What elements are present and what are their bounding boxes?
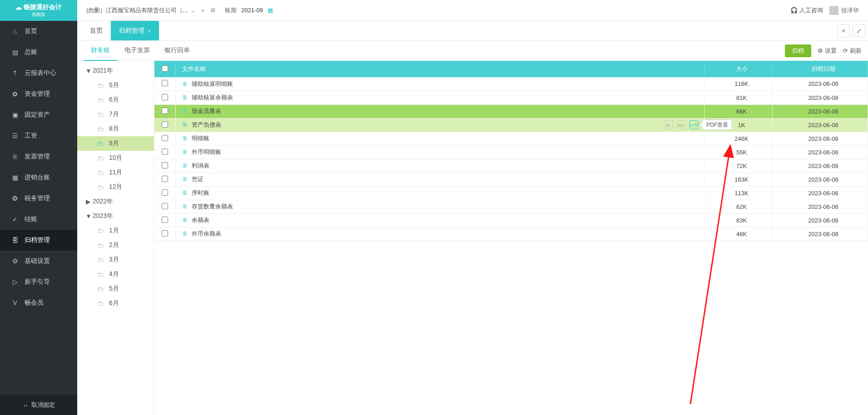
pdf-preview-icon[interactable]: ▭⚲ PDF查看 bbox=[689, 120, 699, 129]
table-row[interactable]: 🗎利润表 72K 2023-06-06 bbox=[154, 159, 868, 173]
inner-tab-0[interactable]: 财务账 bbox=[84, 41, 117, 61]
tree-month[interactable]: 🗀 8月 bbox=[77, 122, 154, 136]
row-checkbox[interactable] bbox=[162, 135, 168, 141]
table-row[interactable]: 🗎明细账 246K 2023-06-06 bbox=[154, 132, 868, 145]
sidebar-item-1[interactable]: ▤总账 bbox=[0, 42, 77, 63]
table-row[interactable]: 🗎辅助核算明细账 116K 2023-06-06 bbox=[154, 77, 868, 91]
tree-month[interactable]: 🗀 12月 bbox=[77, 180, 154, 194]
sidebar-item-12[interactable]: ▷新手引导 bbox=[0, 272, 77, 292]
table-row[interactable]: 🗎序时账 113K 2023-06-06 bbox=[154, 186, 868, 200]
unpin-button[interactable]: ↔ 取消固定 bbox=[0, 395, 77, 415]
table-row[interactable]: 🗎凭证 163K 2023-06-06 bbox=[154, 173, 868, 186]
row-checkbox[interactable] bbox=[162, 162, 168, 168]
table-row[interactable]: 🗎存货数量余额表 62K 2023-06-06 bbox=[154, 200, 868, 213]
manual-service-button[interactable]: 🎧 人工咨询 bbox=[790, 6, 823, 15]
sidebar-item-11[interactable]: ⚙基础设置 bbox=[0, 251, 77, 272]
row-checkbox[interactable] bbox=[162, 217, 168, 223]
calendar-icon[interactable]: ▦ bbox=[268, 7, 273, 14]
toolbar: 财务账电子发票银行回单 归档 ⚙设置 ⟳刷新 bbox=[77, 41, 868, 61]
tree-month[interactable]: 🗀 6月 bbox=[77, 93, 154, 107]
row-checkbox[interactable] bbox=[162, 230, 168, 237]
add-icon[interactable]: ＋ bbox=[200, 6, 206, 15]
fullscreen-button[interactable]: ⤢ bbox=[853, 25, 865, 37]
tree-month[interactable]: 🗀 7月 bbox=[77, 107, 154, 122]
tree-month[interactable]: 🗀 9月 bbox=[77, 136, 154, 151]
tree-year[interactable]: ▼ 2023年 bbox=[77, 209, 154, 223]
file-size: 83K bbox=[704, 213, 773, 227]
settings-button[interactable]: ⚙设置 bbox=[818, 47, 837, 55]
sidebar-item-label: 进销台账 bbox=[25, 173, 50, 182]
table-row[interactable]: 🗎资产负债表 x↓ ▭↓ ▭⚲ PDF查看 1K 2023-06-06 bbox=[154, 118, 868, 132]
sidebar-item-9[interactable]: ✓结账 bbox=[0, 209, 77, 230]
sidebar-item-0[interactable]: ⌂首页 bbox=[0, 21, 77, 42]
file-size: 62K bbox=[704, 200, 773, 213]
refresh-button[interactable]: ⟳刷新 bbox=[843, 47, 862, 55]
row-checkbox[interactable] bbox=[162, 121, 168, 128]
menu-icon: ▷ bbox=[11, 278, 19, 286]
tab-archive[interactable]: 归档管理 × bbox=[111, 21, 159, 40]
table-row[interactable]: 🗎辅助核算余额表 81K 2023-06-06 bbox=[154, 91, 868, 104]
row-checkbox[interactable] bbox=[162, 80, 168, 86]
row-checkbox[interactable] bbox=[162, 203, 168, 209]
tree-month[interactable]: 🗀 5月 bbox=[77, 78, 154, 93]
tree-month[interactable]: 🗀 10月 bbox=[77, 151, 154, 165]
org-selector[interactable]: (勿删）江西服宝精品有限责任公司（... ⌄ bbox=[86, 6, 195, 15]
table-row[interactable]: 🗎外币余额表 48K 2023-06-06 bbox=[154, 227, 868, 241]
file-icon: 🗎 bbox=[182, 94, 188, 101]
username: 徐泽华 bbox=[841, 6, 859, 15]
file-name: 资产负债表 bbox=[192, 121, 221, 128]
sidebar-item-7[interactable]: ▦进销台账 bbox=[0, 167, 77, 188]
sidebar-item-2[interactable]: ⇡云报表中心 bbox=[0, 63, 77, 84]
close-icon[interactable]: × bbox=[148, 28, 151, 34]
sidebar-item-5[interactable]: ☰工资 bbox=[0, 125, 77, 146]
tree-month[interactable]: 🗀 4月 bbox=[77, 267, 154, 282]
row-checkbox[interactable] bbox=[162, 148, 168, 155]
row-checkbox[interactable] bbox=[162, 108, 168, 114]
table-row[interactable]: 🗎余额表 83K 2023-06-06 bbox=[154, 213, 868, 227]
sidebar-item-10[interactable]: 🗄归档管理 bbox=[0, 230, 77, 251]
row-checkbox[interactable] bbox=[162, 94, 168, 100]
archive-button[interactable]: 归档 bbox=[785, 44, 811, 57]
tree-year[interactable]: ▶ 2022年 bbox=[77, 194, 154, 209]
sidebar-item-8[interactable]: ❂税务管理 bbox=[0, 188, 77, 209]
folder-icon: 🗀 bbox=[97, 242, 104, 249]
tab-home[interactable]: 首页 bbox=[82, 21, 111, 40]
sidebar-item-13[interactable]: V畅会员 bbox=[0, 292, 77, 313]
menu-icon: V bbox=[11, 299, 19, 306]
file-size: 246K bbox=[704, 132, 773, 145]
select-all-checkbox[interactable] bbox=[162, 65, 168, 72]
user-menu[interactable]: 徐泽华 bbox=[829, 6, 859, 15]
inner-tab-2[interactable]: 银行回单 bbox=[157, 41, 197, 61]
row-checkbox[interactable] bbox=[162, 189, 168, 196]
sidebar-item-4[interactable]: ▣固定资产 bbox=[0, 104, 77, 125]
table-row[interactable]: 🗎外币明细账 55K 2023-06-06 bbox=[154, 145, 868, 159]
col-date[interactable]: 归档日期 bbox=[773, 61, 868, 77]
gear-icon[interactable]: ⚙ bbox=[210, 7, 216, 14]
file-name: 序时账 bbox=[192, 189, 209, 196]
period-value[interactable]: 2021-09 bbox=[241, 7, 263, 14]
table-row[interactable]: 🗎现金流量表 66K 2023-06-06 bbox=[154, 104, 868, 118]
close-all-tabs-button[interactable]: × bbox=[837, 25, 850, 37]
menu-icon: ⌂ bbox=[11, 28, 19, 35]
inner-tab-1[interactable]: 电子发票 bbox=[117, 41, 157, 61]
tree-month[interactable]: 🗀 5月 bbox=[77, 282, 154, 296]
tree-year[interactable]: ▼ 2021年 bbox=[77, 64, 154, 78]
row-checkbox[interactable] bbox=[162, 176, 168, 182]
date-tree: ▼ 2021年🗀 5月🗀 6月🗀 7月🗀 8月🗀 9月🗀 10月🗀 11月🗀 1… bbox=[77, 61, 154, 415]
sidebar-item-6[interactable]: ⎘发票管理 bbox=[0, 146, 77, 167]
sidebar-item-3[interactable]: ✿资金管理 bbox=[0, 84, 77, 104]
download-excel-icon[interactable]: x↓ bbox=[664, 120, 673, 129]
sidebar-item-label: 首页 bbox=[25, 27, 37, 35]
file-name: 余额表 bbox=[192, 217, 209, 223]
folder-icon: 🗀 bbox=[97, 169, 104, 176]
tree-month[interactable]: 🗀 6月 bbox=[77, 296, 154, 311]
tree-month[interactable]: 🗀 3月 bbox=[77, 252, 154, 267]
folder-icon: 🗀 bbox=[97, 183, 104, 191]
menu-icon: ⚙ bbox=[11, 257, 19, 265]
tree-month[interactable]: 🗀 1月 bbox=[77, 223, 154, 238]
tree-month[interactable]: 🗀 2月 bbox=[77, 238, 154, 252]
tree-month[interactable]: 🗀 11月 bbox=[77, 165, 154, 180]
col-name[interactable]: 文件名称 bbox=[175, 61, 704, 77]
col-size[interactable]: 大小 bbox=[704, 61, 773, 77]
download-pdf-icon[interactable]: ▭↓ bbox=[677, 120, 686, 129]
